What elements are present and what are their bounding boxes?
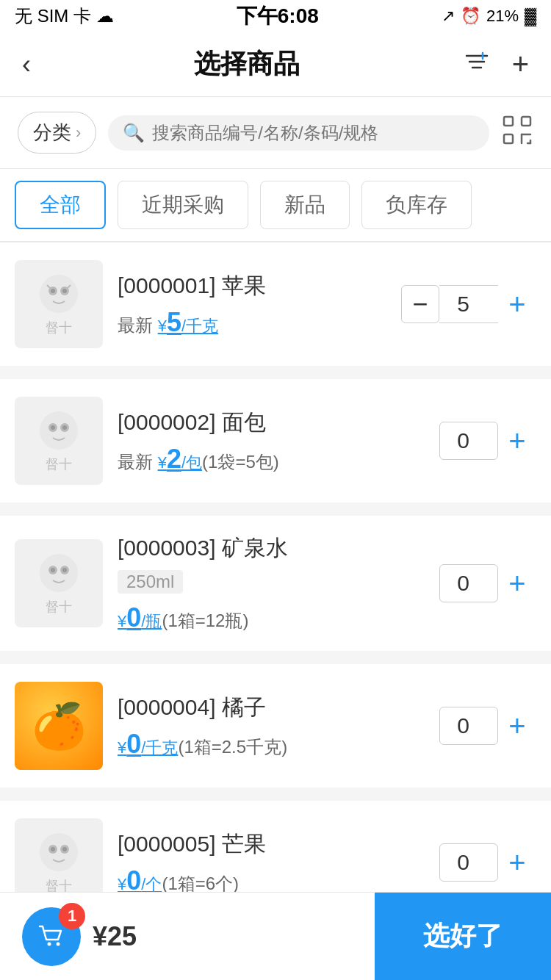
search-box: 🔍 bbox=[108, 115, 489, 151]
quantity-control: + bbox=[439, 564, 536, 602]
quantity-control: − + bbox=[401, 285, 536, 323]
tab-negative[interactable]: 负库存 bbox=[361, 181, 472, 229]
product-thumbnail: 督十 bbox=[15, 539, 103, 627]
search-icon: 🔍 bbox=[123, 123, 145, 143]
product-info: [0000002] 面包 最新 ¥2/包(1袋=5包) bbox=[118, 408, 425, 475]
status-bar: 无 SIM 卡 ☁ 下午6:08 ↗ ⏰ 21% ▓ bbox=[0, 0, 551, 32]
svg-point-30 bbox=[62, 847, 67, 851]
quantity-increase-button[interactable]: + bbox=[498, 564, 536, 602]
svg-point-16 bbox=[40, 411, 78, 450]
cart-button[interactable]: 1 bbox=[22, 907, 81, 966]
status-time: 下午6:08 bbox=[237, 2, 319, 30]
quantity-increase-button[interactable]: + bbox=[498, 843, 536, 882]
product-price: 最新 ¥5/千克 bbox=[118, 307, 386, 338]
quantity-increase-button[interactable]: + bbox=[498, 285, 536, 323]
tab-recent[interactable]: 近期采购 bbox=[118, 181, 248, 229]
category-label: 分类 bbox=[33, 120, 71, 145]
product-thumbnail: 🍊 bbox=[15, 682, 103, 770]
placeholder-icon: 督十 bbox=[37, 408, 81, 473]
product-item: 🍊 [0000004] 橘子 ¥0/千克(1箱=2.5千克) + bbox=[0, 664, 551, 788]
filter-bar: 分类 › 🔍 bbox=[0, 97, 551, 169]
svg-point-36 bbox=[48, 942, 51, 945]
quantity-control: + bbox=[439, 843, 536, 882]
search-input[interactable] bbox=[152, 123, 475, 143]
product-thumbnail: 督十 bbox=[15, 260, 103, 348]
quantity-input[interactable] bbox=[439, 285, 498, 323]
nav-left: ‹ bbox=[22, 49, 31, 80]
product-name: [0000003] 矿泉水 bbox=[118, 533, 425, 563]
product-name: [0000005] 芒果 bbox=[118, 829, 425, 860]
alarm-icon: ⏰ bbox=[461, 7, 480, 26]
product-item: 督十 [0000002] 面包 最新 ¥2/包(1袋=5包) + bbox=[0, 379, 551, 502]
status-left: 无 SIM 卡 ☁ bbox=[15, 4, 114, 28]
product-info: [0000005] 芒果 ¥0/个(1箱=6个) bbox=[118, 829, 425, 896]
placeholder-icon: 督十 bbox=[37, 830, 81, 895]
tab-new[interactable]: 新品 bbox=[260, 181, 350, 229]
category-button[interactable]: 分类 › bbox=[18, 112, 96, 154]
confirm-button[interactable]: 选好了 bbox=[375, 893, 551, 981]
product-item: 督十 [0000001] 苹果 最新 ¥5/千克 − + bbox=[0, 242, 551, 366]
product-thumbnail: 督十 bbox=[15, 397, 103, 485]
product-price: 最新 ¥2/包(1袋=5包) bbox=[118, 444, 425, 475]
nav-right: + bbox=[464, 48, 529, 81]
cart-area: 1 ¥25 bbox=[0, 907, 375, 966]
quantity-input[interactable] bbox=[439, 707, 498, 745]
sim-label: 无 SIM 卡 ☁ bbox=[15, 4, 114, 28]
svg-point-19 bbox=[51, 425, 55, 430]
filter-button[interactable] bbox=[464, 48, 490, 80]
product-spec: 250ml bbox=[118, 570, 183, 594]
svg-point-25 bbox=[62, 568, 67, 572]
cart-badge: 1 bbox=[59, 903, 85, 929]
add-button[interactable]: + bbox=[512, 48, 529, 81]
status-right: ↗ ⏰ 21% ▓ bbox=[442, 7, 536, 26]
svg-point-24 bbox=[51, 568, 55, 572]
svg-point-20 bbox=[62, 425, 67, 430]
scan-button[interactable] bbox=[501, 114, 533, 152]
nav-bar: ‹ 选择商品 + bbox=[0, 32, 551, 97]
product-name: [0000002] 面包 bbox=[118, 408, 425, 438]
quantity-increase-button[interactable]: + bbox=[498, 422, 536, 460]
back-button[interactable]: ‹ bbox=[22, 49, 31, 80]
quantity-input[interactable] bbox=[439, 843, 498, 882]
quantity-control: + bbox=[439, 707, 536, 745]
svg-point-26 bbox=[40, 833, 78, 871]
product-name: [0000004] 橘子 bbox=[118, 693, 425, 723]
page-title: 选择商品 bbox=[194, 46, 300, 82]
svg-point-37 bbox=[57, 942, 60, 945]
quantity-control: + bbox=[439, 422, 536, 460]
product-info: [0000003] 矿泉水 250ml ¥0/瓶(1箱=12瓶) bbox=[118, 533, 425, 633]
placeholder-icon: 督十 bbox=[37, 272, 81, 336]
tab-all[interactable]: 全部 bbox=[15, 181, 106, 229]
svg-rect-4 bbox=[504, 117, 513, 126]
product-item: 督十 [0000003] 矿泉水 250ml ¥0/瓶(1箱=12瓶) + bbox=[0, 516, 551, 651]
svg-point-11 bbox=[40, 275, 78, 313]
battery-icon: ▓ bbox=[525, 7, 536, 26]
quantity-input[interactable] bbox=[439, 564, 498, 602]
product-list: 督十 [0000001] 苹果 最新 ¥5/千克 − + bbox=[0, 242, 551, 980]
quantity-decrease-button[interactable]: − bbox=[401, 285, 439, 323]
location-icon: ↗ bbox=[442, 7, 455, 26]
product-price: ¥0/千克(1箱=2.5千克) bbox=[118, 729, 425, 760]
svg-rect-6 bbox=[504, 134, 513, 143]
chevron-icon: › bbox=[76, 123, 81, 143]
placeholder-icon: 督十 bbox=[37, 551, 81, 616]
product-name: [0000001] 苹果 bbox=[118, 271, 386, 301]
svg-point-29 bbox=[51, 847, 55, 851]
product-info: [0000001] 苹果 最新 ¥5/千克 bbox=[118, 271, 386, 338]
bottom-bar: 1 ¥25 选好了 bbox=[0, 892, 551, 980]
product-info: [0000004] 橘子 ¥0/千克(1箱=2.5千克) bbox=[118, 693, 425, 760]
quantity-increase-button[interactable]: + bbox=[498, 707, 536, 745]
battery-label: 21% bbox=[486, 7, 519, 26]
quantity-input[interactable] bbox=[439, 422, 498, 460]
svg-rect-5 bbox=[522, 117, 530, 126]
product-price: ¥0/瓶(1箱=12瓶) bbox=[118, 602, 425, 633]
cart-total: ¥25 bbox=[93, 921, 137, 952]
svg-point-21 bbox=[40, 554, 78, 592]
tab-bar: 全部 近期采购 新品 负库存 bbox=[0, 169, 551, 242]
